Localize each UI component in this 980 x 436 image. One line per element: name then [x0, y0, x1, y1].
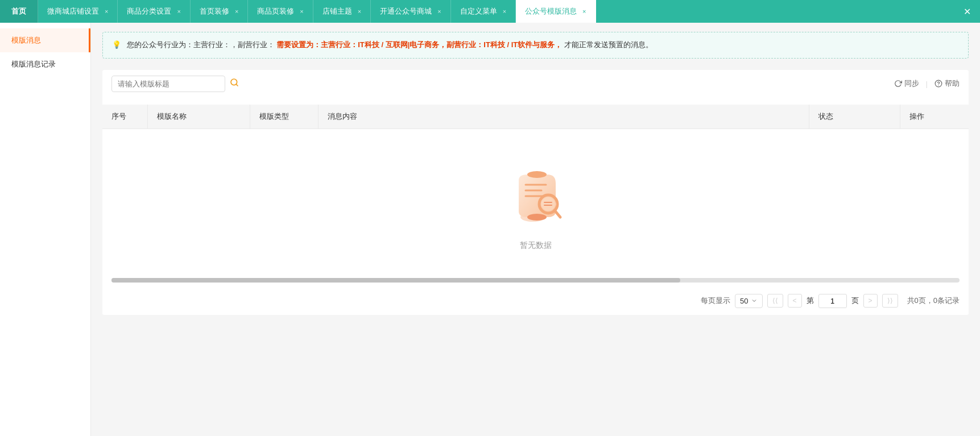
search-icon — [230, 78, 239, 87]
tab-open-wechat-shop[interactable]: 开通公众号商城 × — [371, 0, 450, 23]
tab-custom-menu-label: 自定义菜单 — [460, 6, 497, 16]
col-index: 序号 — [102, 105, 148, 128]
tab-homepage-design[interactable]: 首页装修 × — [191, 0, 248, 23]
svg-point-9 — [527, 214, 547, 221]
page-size-label: 每页显示 — [701, 296, 730, 306]
tab-product-category-close[interactable]: × — [177, 8, 180, 15]
tab-bar: 首页 微商城店铺设置 × 商品分类设置 × 首页装修 × 商品页装修 × 店铺主… — [0, 0, 980, 23]
tab-weshop-label: 微商城店铺设置 — [47, 6, 99, 16]
page-first-button[interactable]: ⟨⟨ — [767, 294, 783, 308]
page-prev-button[interactable]: < — [788, 294, 802, 308]
page-last-button[interactable]: ⟩⟩ — [882, 294, 898, 308]
toolbar: 同步 | 帮助 — [102, 70, 969, 98]
page-prefix: 第 — [807, 296, 814, 306]
main-layout: 模版消息 模版消息记录 💡 您的公众号行业为：主营行业：，副营行业： 需要设置为… — [0, 23, 980, 436]
tab-open-wechat-shop-close[interactable]: × — [437, 8, 441, 15]
table-container: 同步 | 帮助 序号 模版名称 模版类 — [102, 70, 969, 315]
col-name: 模版名称 — [148, 105, 250, 128]
tab-product-design-label: 商品页装修 — [257, 6, 294, 16]
tab-shop-theme-label: 店铺主题 — [322, 6, 352, 16]
toolbar-right: 同步 | 帮助 — [894, 78, 960, 89]
tab-custom-menu[interactable]: 自定义菜单 × — [451, 0, 516, 23]
notice-icon: 💡 — [112, 40, 121, 49]
tab-product-design-close[interactable]: × — [300, 8, 303, 15]
notice-box: 💡 您的公众号行业为：主营行业：，副营行业： 需要设置为：主营行业：IT科技 /… — [102, 32, 969, 59]
tab-weshop-settings[interactable]: 微商城店铺设置 × — [38, 0, 118, 23]
tab-product-category-label: 商品分类设置 — [127, 6, 171, 16]
sync-label: 同步 — [904, 78, 919, 89]
search-button[interactable] — [230, 78, 239, 89]
sidebar: 模版消息 模版消息记录 — [0, 23, 91, 436]
sync-button[interactable]: 同步 — [894, 78, 919, 89]
page-total: 共0页，0条记录 — [907, 296, 960, 306]
tab-product-design[interactable]: 商品页装修 × — [248, 0, 313, 23]
page-next-button[interactable]: > — [863, 294, 878, 308]
content-area: 💡 您的公众号行业为：主营行业：，副营行业： 需要设置为：主营行业：IT科技 /… — [91, 23, 980, 436]
page-size-select[interactable]: 50 — [735, 294, 762, 308]
tab-home-label: 首页 — [11, 6, 26, 16]
tab-bar-close-all[interactable]: ✕ — [954, 6, 980, 17]
empty-icon — [502, 163, 570, 231]
svg-line-12 — [555, 210, 560, 217]
tab-homepage-design-label: 首页装修 — [200, 6, 229, 16]
tab-template-message[interactable]: 公众号模版消息 × — [516, 0, 596, 23]
svg-line-1 — [236, 84, 238, 86]
col-action: 操作 — [900, 105, 969, 128]
page-number-input[interactable] — [818, 294, 847, 308]
chevron-down-icon — [751, 297, 758, 304]
notice-suffix: 才能正常发送预置的消息。 — [564, 40, 653, 49]
help-button[interactable]: 帮助 — [934, 78, 960, 89]
tab-home[interactable]: 首页 — [0, 0, 38, 23]
tab-homepage-design-close[interactable]: × — [235, 8, 238, 15]
tab-shop-theme[interactable]: 店铺主题 × — [313, 0, 371, 23]
notice-highlight: 需要设置为：主营行业：IT科技 / 互联网|电子商务，副营行业：IT科技 / I… — [276, 40, 562, 49]
svg-point-8 — [527, 171, 547, 178]
sidebar-item-template-msg-label: 模版消息 — [11, 36, 41, 44]
notice-prefix: 您的公众号行业为：主营行业：，副营行业： — [127, 40, 275, 49]
empty-text: 暂无数据 — [520, 240, 552, 251]
table-header: 序号 模版名称 模版类型 消息内容 状态 操作 — [102, 105, 969, 129]
empty-state: 暂无数据 — [102, 129, 969, 273]
sidebar-item-template-msg-record[interactable]: 模版消息记录 — [0, 52, 90, 76]
tab-shop-theme-close[interactable]: × — [358, 8, 361, 15]
col-type: 模版类型 — [250, 105, 319, 128]
col-status: 状态 — [809, 105, 900, 128]
sidebar-item-template-msg-record-label: 模版消息记录 — [11, 60, 56, 68]
help-icon — [934, 80, 942, 88]
tab-open-wechat-shop-label: 开通公众号商城 — [380, 6, 432, 16]
help-label: 帮助 — [945, 78, 960, 89]
tab-template-message-close[interactable]: × — [582, 8, 586, 15]
tab-template-message-label: 公众号模版消息 — [525, 6, 577, 16]
col-content: 消息内容 — [319, 105, 809, 128]
scrollbar-thumb[interactable] — [111, 278, 680, 283]
search-area — [111, 76, 239, 92]
tab-weshop-close[interactable]: × — [105, 8, 108, 15]
sidebar-item-template-msg[interactable]: 模版消息 — [0, 28, 90, 52]
horizontal-scrollbar[interactable] — [111, 278, 960, 283]
pagination: 每页显示 50 ⟨⟨ < 第 页 > ⟩⟩ 共0页，0条记录 — [102, 287, 969, 315]
refresh-icon — [894, 80, 902, 88]
page-suffix: 页 — [851, 296, 859, 306]
tab-product-category[interactable]: 商品分类设置 × — [118, 0, 190, 23]
tab-custom-menu-close[interactable]: × — [503, 8, 506, 15]
svg-point-11 — [541, 197, 555, 211]
page-size-value: 50 — [740, 297, 748, 305]
search-input[interactable] — [111, 76, 225, 92]
toolbar-divider: | — [926, 80, 928, 88]
